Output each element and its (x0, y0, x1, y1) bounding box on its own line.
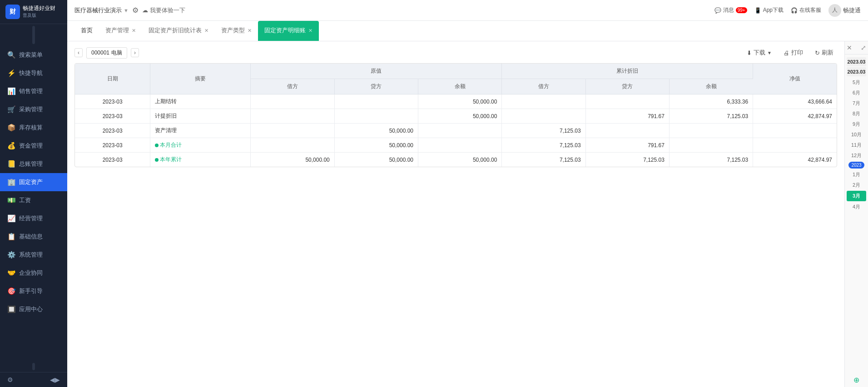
row-dep-credit (585, 94, 669, 109)
main-content: 医疗器械行业演示 ▼ ⚙ ☁ 我要体验一下 💬 消息 99+ 📱 App下载 🎧… (67, 0, 868, 387)
tab-asset-mgmt-close[interactable]: ✕ (132, 28, 136, 34)
timeline-month-7[interactable]: 7月 (845, 98, 868, 109)
timeline-month-1[interactable]: 1月 (845, 169, 868, 180)
sidebar-item-search[interactable]: 🔍 搜索菜单 (0, 46, 67, 64)
timeline-month-10[interactable]: 10月 (845, 129, 868, 140)
panel-bottom-icon[interactable]: ⊕ (845, 373, 868, 387)
operations-icon: 📈 (7, 214, 15, 223)
close-panel-icon[interactable]: ✕ (847, 44, 852, 51)
username-label: 畅捷通 (843, 6, 861, 15)
user-profile[interactable]: 人 畅捷通 (828, 4, 861, 17)
expand-panel-icon[interactable]: ⤢ (861, 44, 866, 51)
timeline: 2023.03 2023.03 5月 6月 7月 8月 9月 10月 11月 1… (845, 55, 868, 373)
row-dep-credit: 791.67 (585, 138, 669, 153)
sidebar-item-quick-nav[interactable]: ⚡ 快捷导航 (0, 64, 67, 82)
col-header-orig-credit: 贷方 (334, 79, 418, 94)
col-header-dep-debit: 借方 (502, 79, 585, 94)
timeline-month-9[interactable]: 9月 (845, 119, 868, 129)
sidebar-item-enterprise[interactable]: 🤝 企业协同 (0, 264, 67, 282)
row-orig-balance: 50,000.00 (418, 94, 502, 109)
row-orig-credit (334, 109, 418, 124)
tab-depreciation-table-close[interactable]: ✕ (204, 28, 208, 34)
monthly-total-tag: 本月合计 (155, 141, 182, 149)
sidebar-item-purchase[interactable]: 🛒 采购管理 (0, 100, 67, 119)
row-date: 2023-03 (75, 153, 150, 167)
timeline-month-5[interactable]: 5月 (845, 77, 868, 88)
sidebar-item-salary[interactable]: 💵 工资 (0, 191, 67, 209)
sidebar-scroll-up[interactable] (32, 26, 35, 44)
tab-asset-detail[interactable]: 固定资产明细账 ✕ (258, 21, 319, 41)
sidebar-item-ledger[interactable]: 📒 总账管理 (0, 155, 67, 173)
tab-asset-type[interactable]: 资产类型 ✕ (215, 21, 258, 41)
row-dep-credit: 791.67 (585, 109, 669, 124)
tab-depreciation-table[interactable]: 固定资产折旧统计表 ✕ (142, 21, 215, 41)
sidebar-item-app-center[interactable]: 🔲 应用中心 (0, 300, 67, 318)
sidebar-item-inventory[interactable]: 📦 库存核算 (0, 119, 67, 137)
timeline-month-12[interactable]: 12月 (845, 150, 868, 161)
row-dep-debit: 7,125.03 (502, 124, 585, 138)
ledger-icon: 📒 (7, 160, 15, 168)
guide-icon: 🎯 (7, 287, 15, 295)
print-button[interactable]: 🖨 打印 (780, 47, 807, 59)
sidebar-item-fixed-assets[interactable]: 🏢 固定资产 (0, 173, 67, 191)
row-net-value (753, 138, 837, 153)
prev-asset-button[interactable]: ‹ (74, 48, 83, 57)
collapse-sidebar-icon[interactable]: ◀▶ (50, 376, 60, 383)
timeline-month-6[interactable]: 6月 (845, 88, 868, 98)
topbar-right: 💬 消息 99+ 📱 App下载 🎧 在线客服 人 畅捷通 (714, 4, 861, 17)
timeline-month-3-active[interactable]: 3月 (847, 191, 866, 201)
content-main: ‹ 000001 电脑 › ⬇ 下载 ▼ (67, 41, 844, 387)
messages-button[interactable]: 💬 消息 99+ (714, 6, 747, 14)
refresh-button[interactable]: ↻ 刷新 (811, 47, 837, 59)
row-orig-credit: 50,000.00 (334, 153, 418, 167)
fixed-assets-icon: 🏢 (7, 178, 15, 186)
topbar-left: 医疗器械行业演示 ▼ ⚙ ☁ 我要体验一下 (74, 6, 709, 15)
asset-id: 000001 (91, 50, 109, 56)
timeline-month-8[interactable]: 8月 (845, 109, 868, 119)
row-summary: 上期结转 (150, 94, 251, 109)
sidebar-scroll-down[interactable] (32, 363, 35, 370)
customer-service-button[interactable]: 🎧 在线客服 (791, 6, 821, 14)
quick-nav-icon: ⚡ (7, 69, 15, 77)
tab-asset-mgmt[interactable]: 资产管理 ✕ (99, 21, 142, 41)
row-orig-debit (251, 109, 334, 124)
timeline-month-4[interactable]: 4月 (845, 202, 868, 212)
app-center-icon: 🔲 (7, 305, 15, 313)
row-dep-debit (502, 94, 585, 109)
table-row: 2023-03 计提折旧 50,000.00 791.67 7,125.03 4… (75, 109, 837, 124)
messages-icon: 💬 (714, 7, 721, 14)
tab-asset-type-close[interactable]: ✕ (248, 28, 252, 34)
settings-gear-icon[interactable]: ⚙ (7, 376, 13, 383)
inventory-icon: 📦 (7, 124, 15, 132)
col-header-orig-balance: 余额 (418, 79, 502, 94)
sidebar-item-guide[interactable]: 🎯 新手引导 (0, 282, 67, 300)
sidebar-item-system[interactable]: ⚙️ 系统管理 (0, 246, 67, 264)
app-name: 畅捷通好业财 (23, 5, 55, 12)
sidebar-item-operations[interactable]: 📈 经营管理 (0, 209, 67, 228)
app-download-button[interactable]: 📱 App下载 (754, 6, 784, 14)
topbar-settings-icon[interactable]: ⚙ (132, 6, 139, 15)
row-date: 2023-03 (75, 109, 150, 124)
tab-asset-detail-close[interactable]: ✕ (308, 28, 312, 34)
timeline-month-2[interactable]: 2月 (845, 180, 868, 190)
tab-home[interactable]: 首页 (74, 21, 99, 41)
app-logo: 财 畅捷通好业财 普及版 (0, 0, 67, 24)
col-header-dep-credit: 贷方 (585, 79, 669, 94)
search-icon: 🔍 (7, 51, 15, 59)
next-asset-button[interactable]: › (131, 48, 139, 57)
timeline-year-badge[interactable]: 2023 (848, 162, 864, 169)
sidebar-item-finance[interactable]: 💰 资金管理 (0, 137, 67, 155)
row-net-value: 42,874.97 (753, 153, 837, 167)
experience-button[interactable]: ☁ 我要体验一下 (142, 6, 185, 15)
row-dep-credit (585, 124, 669, 138)
refresh-icon: ↻ (815, 50, 820, 56)
timeline-month-11[interactable]: 11月 (845, 140, 868, 150)
salary-icon: 💵 (7, 196, 15, 204)
company-selector[interactable]: 医疗器械行业演示 ▼ (74, 6, 129, 15)
sidebar-item-sales[interactable]: 📊 销售管理 (0, 82, 67, 100)
sidebar-item-basic-info[interactable]: 📋 基础信息 (0, 228, 67, 246)
row-net-value (753, 124, 837, 138)
download-button[interactable]: ⬇ 下载 ▼ (743, 47, 775, 59)
sales-icon: 📊 (7, 87, 15, 95)
sidebar: 财 畅捷通好业财 普及版 🔍 搜索菜单 ⚡ 快捷导航 📊 销售管理 🛒 采购管理… (0, 0, 67, 387)
